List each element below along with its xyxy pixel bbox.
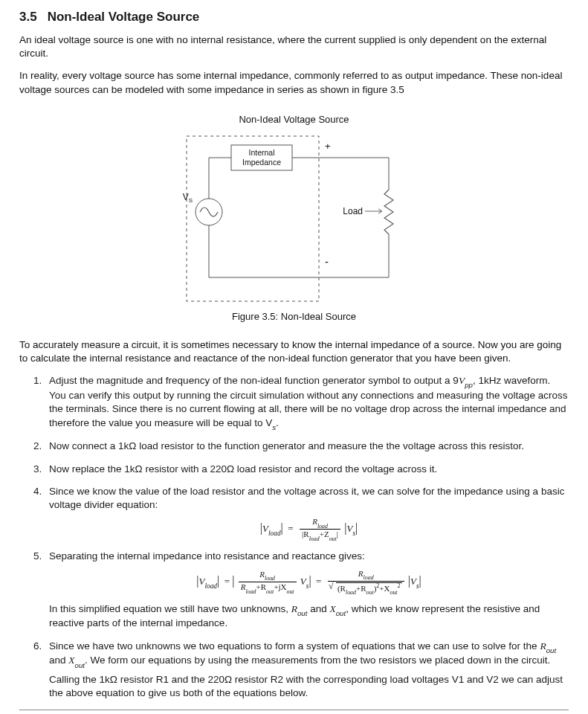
step-4: Since we know the value of the load resi… xyxy=(45,485,569,541)
step-5: Separating the internal impedance into r… xyxy=(45,550,569,630)
intro-paragraph-2: In reality, every voltage source has som… xyxy=(19,69,569,96)
figure-caption: Figure 3.5: Non-Ideal Source xyxy=(232,310,356,324)
intro-paragraph-1: An ideal voltage source is one with no i… xyxy=(19,33,569,60)
page-divider xyxy=(19,710,569,710)
circuit-diagram: Internal Impedance VS + - Load xyxy=(179,132,410,304)
step-6-b: Calling the 1kΩ resistor R1 and the 220Ω… xyxy=(49,673,569,700)
step-1: Adjust the magnitude and frequency of th… xyxy=(45,374,569,431)
section-number: 3.5 xyxy=(19,9,37,26)
document-page: 3.5Non-Ideal Voltage Source An ideal vol… xyxy=(0,0,588,714)
section-heading: 3.5Non-Ideal Voltage Source xyxy=(19,9,569,26)
figure-wrap: Non-Ideal Voltage Source Internal Impeda… xyxy=(19,106,569,334)
steps-list: Adjust the magnitude and frequency of th… xyxy=(19,374,569,700)
load-label: Load xyxy=(343,206,363,216)
minus-terminal: - xyxy=(325,255,329,268)
equation-2: |Vload| = | Rload Rload+Rout+jXout Vs| =… xyxy=(49,570,569,595)
internal-impedance-label-2: Impedance xyxy=(242,158,281,167)
load-resistor-icon xyxy=(384,190,393,234)
vs-label: VS xyxy=(182,192,192,204)
para-after-figure: To accurately measure a circuit, it is s… xyxy=(19,338,569,365)
step-5-after: In this simplified equation we still hav… xyxy=(49,602,569,631)
section-title: Non-Ideal Voltage Source xyxy=(48,10,200,24)
figure-top-label: Non-Ideal Voltage Source xyxy=(239,113,349,126)
step-6: Since we have two unknowns we two equati… xyxy=(45,640,569,701)
internal-impedance-label-1: Internal xyxy=(248,148,274,157)
step-3: Now replace the 1kΩ resistor with a 220Ω… xyxy=(45,463,569,476)
equation-1: |Vload| = Rload |Rload+Zout| |Vs| xyxy=(49,518,569,541)
plus-terminal: + xyxy=(325,141,331,152)
step-2: Now connect a 1kΩ load resistor to the f… xyxy=(45,440,569,453)
